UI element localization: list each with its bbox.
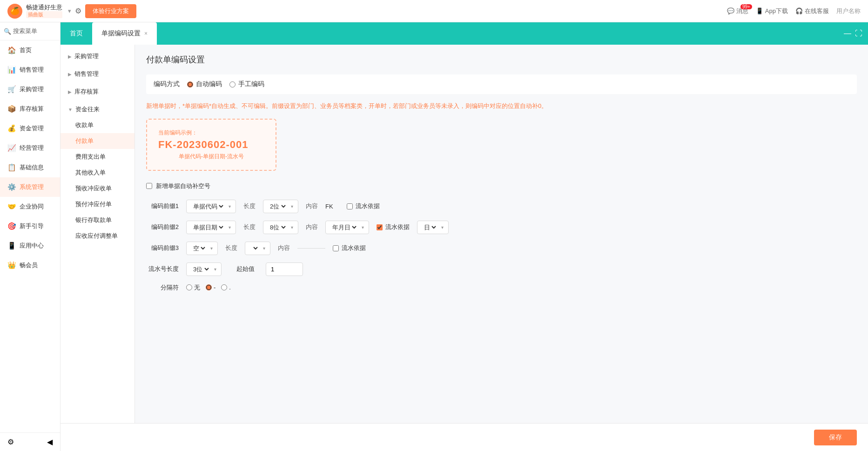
sidebar-item-sales[interactable]: 📊 销售管理 — [0, 60, 60, 80]
top-bar: 🍊 畅捷通好生意 插曲版 ▾ ⚙ 体验行业方案 💬 消息 99+ 📱 App下载… — [0, 0, 868, 22]
message-button[interactable]: 💬 消息 99+ — [727, 7, 748, 15]
prefix2-stream-checkbox[interactable]: 流水依据 — [377, 223, 410, 231]
prefix2-stream-unit-select[interactable]: 日 ▾ — [417, 221, 449, 234]
prefix3-stream-checkbox[interactable]: 流水依据 — [333, 244, 366, 252]
sidebar-item-member[interactable]: 👑 畅会员 — [0, 256, 60, 275]
sidebar-item-basic[interactable]: 📋 基础信息 — [0, 158, 60, 177]
prefix3-length-select[interactable]: ▾ — [245, 242, 270, 255]
system-icon: ⚙️ — [7, 183, 16, 191]
trial-button[interactable]: 体验行业方案 — [85, 4, 136, 18]
online-service-button[interactable]: 🎧 在线客服 — [795, 7, 829, 15]
sidebar-item-inventory[interactable]: 📦 库存核算 — [0, 99, 60, 119]
member-icon: 👑 — [7, 261, 16, 269]
left-nav-purchase-title[interactable]: ▶ 采购管理 — [61, 48, 135, 64]
chevron-right-icon: ▶ — [68, 89, 72, 94]
search-menu[interactable]: 🔍 搜索菜单 — [0, 22, 60, 40]
prefix2-unit-dropdown-icon: ▾ — [441, 225, 444, 230]
app-icon: 📱 — [756, 7, 763, 14]
manual-encoding-radio[interactable] — [229, 81, 236, 88]
prefix1-select-input[interactable]: 单据代码 — [191, 202, 225, 210]
prefix3-select-input[interactable]: 空 — [191, 244, 207, 252]
prefix3-label: 编码前缀3 — [146, 244, 179, 252]
purchase-icon: 🛒 — [7, 85, 16, 94]
app-download-button[interactable]: 📱 App下载 — [756, 7, 788, 15]
prefix1-length-dropdown-icon: ▾ — [291, 204, 293, 209]
prefix1-length-select[interactable]: 2位 ▾ — [263, 200, 298, 213]
bottom-bar: 保存 — [61, 423, 868, 451]
left-nav-item-adjustment[interactable]: 应收应付调整单 — [61, 228, 135, 244]
service-icon: 🎧 — [795, 7, 803, 14]
left-nav-item-pre-receipt[interactable]: 预收冲应收单 — [61, 181, 135, 196]
sidebar-settings-icon[interactable]: ⚙ — [7, 438, 14, 446]
left-nav-capital-title[interactable]: ▼ 资金往来 — [61, 101, 135, 117]
auto-fill-checkbox[interactable] — [146, 183, 152, 189]
left-nav-item-bank[interactable]: 银行存取款单 — [61, 212, 135, 228]
chevron-right-icon: ▶ — [68, 72, 72, 77]
left-nav-item-receipt[interactable]: 收款单 — [61, 117, 135, 133]
prefix2-select[interactable]: 单据日期 ▾ — [186, 221, 236, 234]
manual-encoding-option[interactable]: 手工编码 — [229, 80, 264, 88]
auto-encoding-radio[interactable] — [187, 81, 193, 88]
sidebar-item-purchase[interactable]: 🛒 采购管理 — [0, 80, 60, 99]
left-nav-item-pre-payment[interactable]: 预付冲应付单 — [61, 196, 135, 212]
tab-close-icon[interactable]: × — [144, 30, 148, 37]
settings-icon[interactable]: ⚙ — [75, 7, 81, 15]
save-button[interactable]: 保存 — [814, 430, 857, 445]
auto-fill-label: 新增单据自动补空号 — [156, 182, 210, 190]
prefix3-length-label: 长度 — [225, 244, 237, 252]
prefix2-stream-input[interactable] — [377, 224, 383, 230]
prefix3-length-select-input[interactable] — [250, 244, 259, 252]
sidebar-item-newbie[interactable]: 🎯 新手引导 — [0, 216, 60, 236]
serial-length-select-input[interactable]: 3位 — [191, 265, 210, 273]
sep-dash-option[interactable]: - — [206, 284, 215, 291]
sidebar-menu: 🏠 首页 📊 销售管理 🛒 采购管理 📦 库存核算 💰 资金管理 📈 经 — [0, 40, 60, 432]
serial-length-select[interactable]: 3位 ▾ — [186, 263, 222, 276]
prefix2-content-select-input[interactable]: 年月日 — [330, 223, 358, 231]
left-nav-group-purchase: ▶ 采购管理 — [61, 48, 135, 64]
prefix2-select-input[interactable]: 单据日期 — [191, 223, 225, 231]
left-nav-item-payment[interactable]: 付款单 — [61, 133, 135, 149]
sidebar-item-home[interactable]: 🏠 首页 — [0, 40, 60, 60]
newbie-icon: 🎯 — [7, 222, 16, 230]
prefix2-content-select[interactable]: 年月日 ▾ — [325, 221, 369, 234]
left-nav-item-other-income[interactable]: 其他收入单 — [61, 165, 135, 181]
logo-text: 畅捷通好生意 插曲版 — [26, 4, 62, 18]
sidebar-collapse-icon[interactable]: ◀ — [47, 438, 53, 446]
sidebar-item-enterprise[interactable]: 🤝 企业协同 — [0, 197, 60, 216]
sep-dash-radio[interactable] — [206, 284, 212, 290]
prefix1-length-select-input[interactable]: 2位 — [268, 202, 287, 210]
prefix2-stream-unit-select-input[interactable]: 日 — [422, 223, 437, 231]
auto-encoding-option[interactable]: 自动编码 — [187, 80, 222, 88]
prefix2-length-label: 长度 — [243, 223, 256, 231]
prefix1-stream-checkbox[interactable]: 流水依据 — [347, 202, 380, 210]
nav-dropdown[interactable]: ▾ — [68, 7, 71, 14]
prefix2-row: 编码前缀2 单据日期 ▾ 长度 8位 ▾ 内容 — [146, 221, 857, 234]
sep-none-option[interactable]: 无 — [186, 283, 200, 292]
left-nav-inventory-title[interactable]: ▶ 库存核算 — [61, 84, 135, 100]
sidebar-item-system[interactable]: ⚙️ 系统管理 — [0, 177, 60, 197]
sep-none-radio[interactable] — [186, 284, 192, 290]
tab-minimize-icon[interactable]: — — [844, 29, 851, 38]
prefix1-select[interactable]: 单据代码 ▾ — [186, 200, 236, 213]
left-nav-sales-title[interactable]: ▶ 销售管理 — [61, 66, 135, 82]
code-preview: 当前编码示例： FK-20230602-001 单据代码-单据日期-流水号 — [146, 119, 276, 171]
content-area: 首页 单据编码设置 × — ⛶ ▶ 采购管理 — [61, 22, 868, 451]
tab-encoding-settings[interactable]: 单据编码设置 × — [92, 22, 157, 45]
prefix1-stream-input[interactable] — [347, 203, 353, 209]
start-value-input[interactable] — [266, 263, 303, 276]
serial-row: 流水号长度 3位 ▾ 起始值 — [146, 263, 857, 276]
prefix2-length-select[interactable]: 8位 ▾ — [263, 221, 298, 234]
sidebar-item-operation[interactable]: 📈 经营管理 — [0, 138, 60, 158]
prefix1-row: 编码前缀1 单据代码 ▾ 长度 2位 ▾ 内容 — [146, 200, 857, 213]
tab-maximize-icon[interactable]: ⛶ — [855, 29, 862, 38]
prefix3-select[interactable]: 空 ▾ — [186, 242, 218, 255]
sep-dot-option[interactable]: . — [221, 284, 231, 291]
separator-options: 无 - . — [186, 283, 231, 292]
sidebar-item-capital[interactable]: 💰 资金管理 — [0, 119, 60, 138]
left-nav-item-expense[interactable]: 费用支出单 — [61, 149, 135, 165]
prefix3-stream-input[interactable] — [333, 245, 339, 251]
prefix2-length-select-input[interactable]: 8位 — [268, 223, 287, 231]
sidebar-item-app-center[interactable]: 📱 应用中心 — [0, 236, 60, 256]
sep-dot-radio[interactable] — [221, 284, 227, 290]
tab-home[interactable]: 首页 — [61, 22, 92, 45]
